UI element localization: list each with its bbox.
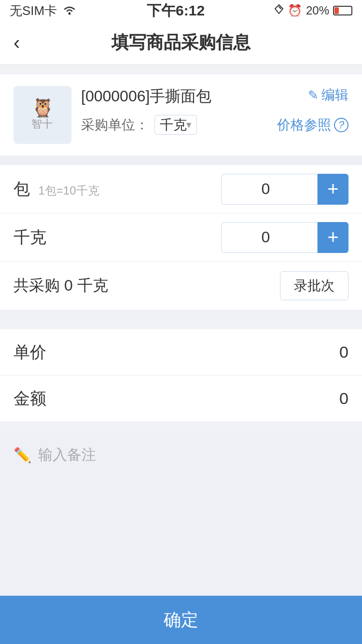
price-section: 单价 0 金额 0 bbox=[0, 329, 362, 422]
amount-value: 0 bbox=[339, 389, 348, 408]
amount-row: 金额 0 bbox=[0, 376, 362, 422]
product-unit-row: 采购单位： 千克 价格参照 ? bbox=[81, 115, 348, 135]
product-name: [0000006]手撕面包 bbox=[81, 86, 211, 107]
section-divider-2 bbox=[0, 310, 362, 320]
product-brand: 智十 bbox=[31, 117, 54, 131]
status-time: 下午6:12 bbox=[147, 1, 205, 21]
input-section: 包 1包=10千克 + 千克 + bbox=[0, 165, 362, 262]
price-ref-icon: ? bbox=[334, 118, 348, 132]
unit-price-row: 单价 0 bbox=[0, 329, 362, 376]
price-ref-label: 价格参照 bbox=[277, 116, 331, 134]
kg-row: 千克 + bbox=[0, 213, 362, 262]
status-left: 无SIM卡 bbox=[10, 2, 77, 19]
price-ref-button[interactable]: 价格参照 ? bbox=[277, 116, 348, 134]
product-info: [0000006]手撕面包 ✎ 编辑 采购单位： 千克 价格参照 bbox=[81, 86, 348, 135]
kg-input-wrapper: + bbox=[221, 222, 348, 253]
unit-select[interactable]: 千克 bbox=[154, 115, 197, 135]
svg-point-0 bbox=[69, 12, 71, 14]
edit-button[interactable]: ✎ 编辑 bbox=[308, 86, 348, 104]
product-image: 🦉 智十 bbox=[14, 86, 71, 144]
total-unit: 千克 bbox=[77, 277, 108, 294]
nav-bar: ‹ 填写商品采购信息 bbox=[0, 21, 362, 65]
battery-percent: 20% bbox=[306, 4, 329, 17]
pack-input-wrapper: + bbox=[221, 174, 348, 205]
unit-price-value: 0 bbox=[339, 343, 348, 362]
total-value: 0 bbox=[64, 277, 73, 294]
total-section: 共采购 0 千克 录批次 bbox=[0, 262, 362, 310]
alarm-icon: ⏰ bbox=[288, 4, 302, 17]
unit-label: 采购单位： bbox=[81, 116, 149, 134]
product-card: 🦉 智十 [0000006]手撕面包 ✎ 编辑 采购单位： 千克 bbox=[0, 74, 362, 155]
edit-icon: ✎ bbox=[308, 88, 319, 103]
confirm-button[interactable]: 确定 bbox=[0, 596, 362, 644]
amount-label: 金额 bbox=[14, 388, 46, 410]
remark-section[interactable]: ✏️ 输入备注 bbox=[0, 432, 362, 478]
pack-quantity-input[interactable] bbox=[221, 174, 318, 205]
pack-row: 包 1包=10千克 + bbox=[0, 165, 362, 213]
total-label: 共采购 bbox=[14, 277, 60, 294]
location-icon bbox=[274, 4, 284, 17]
section-divider-1 bbox=[0, 155, 362, 165]
pack-sub: 1包=10千克 bbox=[38, 184, 99, 197]
pack-plus-button[interactable]: + bbox=[318, 174, 348, 205]
edit-label: 编辑 bbox=[321, 86, 348, 104]
pencil-icon: ✏️ bbox=[14, 447, 31, 463]
status-bar: 无SIM卡 下午6:12 ⏰ 20% bbox=[0, 0, 362, 21]
wifi-icon bbox=[62, 3, 77, 18]
product-header: [0000006]手撕面包 ✎ 编辑 bbox=[81, 86, 348, 107]
back-button[interactable]: ‹ bbox=[14, 32, 20, 54]
battery-icon bbox=[333, 6, 352, 15]
pack-label: 包 1包=10千克 bbox=[14, 178, 221, 200]
total-text: 共采购 0 千克 bbox=[14, 275, 108, 296]
batch-button[interactable]: 录批次 bbox=[280, 271, 348, 300]
unit-price-label: 单价 bbox=[14, 341, 46, 364]
product-logo: 🦉 bbox=[31, 98, 54, 117]
kg-plus-button[interactable]: + bbox=[318, 222, 348, 253]
carrier-text: 无SIM卡 bbox=[10, 2, 57, 19]
kg-label: 千克 bbox=[14, 226, 221, 249]
unit-select-wrapper[interactable]: 千克 bbox=[154, 115, 197, 135]
status-right: ⏰ 20% bbox=[274, 4, 352, 17]
kg-quantity-input[interactable] bbox=[221, 222, 318, 253]
page-title: 填写商品采购信息 bbox=[111, 31, 251, 55]
remark-placeholder: 输入备注 bbox=[38, 445, 96, 465]
